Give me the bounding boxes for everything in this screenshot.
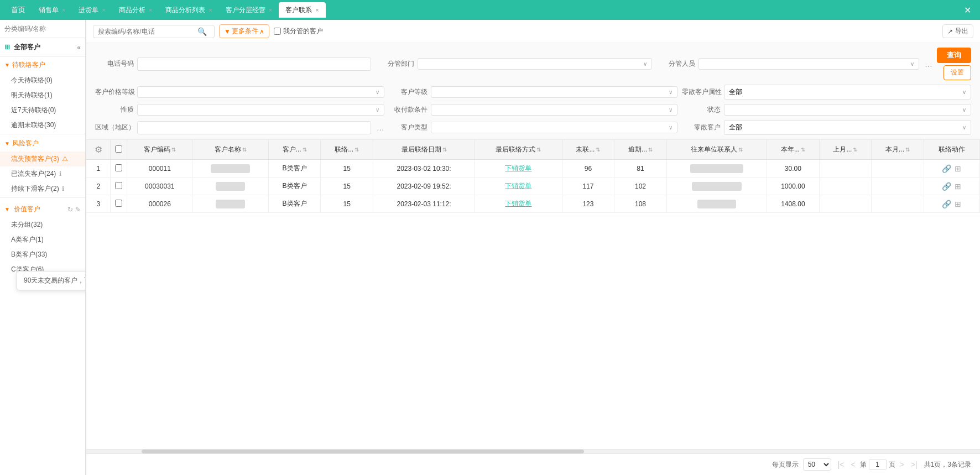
- scroll-thumb[interactable]: [142, 450, 584, 453]
- filter-btn[interactable]: ▼ 更多条件 ∧: [219, 24, 269, 38]
- th-this-month[interactable]: 本月...⇅: [872, 140, 924, 160]
- action-link-icon[interactable]: 🔗: [942, 164, 951, 173]
- sidebar-item-b-class[interactable]: B类客户(33): [0, 247, 85, 262]
- cell-last-date: 2023-02-03 11:12:: [373, 195, 475, 213]
- divider2: [0, 197, 85, 198]
- action-grid-icon[interactable]: ⊞: [955, 182, 961, 191]
- sidebar-item-7days[interactable]: 近7天待联络(0): [0, 103, 85, 118]
- th-overdue[interactable]: 逾期...⇅: [614, 140, 667, 160]
- risk-tooltip: 90天未交易的客户，可能有流失风险。: [17, 271, 86, 290]
- tab-purchase[interactable]: 进货单 ×: [72, 2, 112, 18]
- tab-close-purchase[interactable]: ×: [102, 7, 105, 13]
- th-contact[interactable]: 联络...⇅: [321, 140, 373, 160]
- filter-select-sparse-customer[interactable]: 全部 ∨: [724, 120, 971, 135]
- th-last-date[interactable]: 最后联络日期⇅: [373, 140, 475, 160]
- filter-select-price-level[interactable]: ∨: [137, 86, 384, 98]
- filter-select-status[interactable]: ∨: [724, 104, 971, 116]
- sidebar-item-unclassified[interactable]: 未分组(32): [0, 217, 85, 232]
- filter-select-payment[interactable]: ∨: [431, 104, 678, 116]
- last-way-link[interactable]: 下销货单: [505, 200, 531, 207]
- sidebar-item-churn-warning[interactable]: 流失预警客户(3) ⚠: [0, 152, 85, 166]
- th-last-way[interactable]: 最后联络方式⇅: [475, 140, 562, 160]
- th-this-year[interactable]: 本年...⇅: [767, 140, 820, 160]
- cell-check[interactable]: [111, 178, 127, 195]
- tab-analysis[interactable]: 商品分析 ×: [112, 2, 159, 18]
- filter-input-phone[interactable]: [137, 58, 371, 71]
- cell-check[interactable]: [111, 195, 127, 213]
- row-checkbox-0[interactable]: [115, 164, 122, 171]
- my-customer-checkbox[interactable]: [274, 28, 281, 35]
- sidebar-item-tomorrow[interactable]: 明天待联络(1): [0, 88, 85, 103]
- tab-close-analysis[interactable]: ×: [149, 7, 152, 13]
- setting-button[interactable]: 设置: [943, 65, 971, 80]
- first-page-btn[interactable]: |<: [836, 459, 847, 470]
- query-button[interactable]: 查询: [937, 48, 971, 63]
- th-last-month[interactable]: 上月...⇅: [819, 140, 872, 160]
- search-input[interactable]: [98, 28, 197, 35]
- sidebar-item-a-class[interactable]: A类客户(1): [0, 232, 85, 247]
- filter-field-sparse-customer: 零散客户 全部 ∨: [682, 120, 971, 135]
- cell-type: B类客户: [268, 195, 321, 213]
- th-unlost[interactable]: 未联...⇅: [562, 140, 614, 160]
- action-grid-icon[interactable]: ⊞: [955, 200, 961, 208]
- filter-select-sparse-attr[interactable]: 全部 ∨: [724, 85, 971, 100]
- tab-customer-tier[interactable]: 客户分层经营 ×: [219, 2, 279, 18]
- prev-page-btn[interactable]: <: [848, 459, 857, 470]
- tab-close-sales[interactable]: ×: [62, 7, 65, 13]
- sidebar-all-customers[interactable]: ⊞ 全部客户 «: [0, 38, 85, 57]
- window-close-icon[interactable]: ✕: [960, 5, 976, 15]
- filter-label-phone: 电话号码: [95, 59, 134, 69]
- collapse-icon[interactable]: «: [77, 44, 81, 51]
- tab-home[interactable]: 首页: [4, 5, 32, 15]
- per-page-select[interactable]: 50 20 100: [803, 458, 831, 471]
- tab-sales[interactable]: 销售单 ×: [32, 2, 72, 18]
- search-icon[interactable]: 🔍: [197, 27, 207, 36]
- tab-close-customer-tier[interactable]: ×: [269, 7, 272, 13]
- filter-select-customer-level[interactable]: ∨: [431, 86, 678, 98]
- settings-icon[interactable]: ⚙: [95, 145, 102, 154]
- filter-select-customer-type[interactable]: ∨: [431, 122, 678, 133]
- th-code[interactable]: 客户编码⇅: [127, 140, 192, 160]
- sidebar-item-overdue[interactable]: 逾期未联络(30): [0, 118, 85, 133]
- page-input[interactable]: [869, 459, 887, 470]
- filter-select-nature[interactable]: ∨: [137, 104, 384, 116]
- last-page-btn[interactable]: >|: [909, 459, 920, 470]
- action-link-icon[interactable]: 🔗: [942, 200, 951, 208]
- sidebar-group-title-value[interactable]: ▼ 价值客户 ↻ ✎: [0, 201, 85, 217]
- sidebar-search-input[interactable]: [4, 25, 86, 33]
- sidebar-group-title-pending[interactable]: ▼ 待联络客户: [0, 57, 85, 73]
- person-dots[interactable]: …: [925, 60, 932, 69]
- last-way-link[interactable]: 下销货单: [505, 182, 531, 190]
- tab-close-analysis-list[interactable]: ×: [208, 7, 212, 13]
- horizontal-scrollbar[interactable]: [86, 449, 980, 453]
- refresh-icon[interactable]: ↻: [67, 206, 73, 213]
- search-bar: 🔍 ▼ 更多条件 ∧ 我分管的客户 ↗ 导出: [86, 20, 980, 43]
- filter-select-dept[interactable]: ∨: [418, 58, 651, 70]
- filter-select-person[interactable]: ∨: [698, 58, 919, 70]
- tab-analysis-list[interactable]: 商品分析列表 ×: [159, 2, 218, 18]
- row-checkbox-2[interactable]: [115, 200, 122, 207]
- next-page-btn[interactable]: >: [898, 459, 906, 470]
- sidebar-item-today[interactable]: 今天待联络(0): [0, 73, 85, 88]
- edit-icon[interactable]: ✎: [75, 206, 81, 213]
- sidebar-group-title-risk[interactable]: ▼ 风险客户: [0, 135, 85, 152]
- th-contact-person[interactable]: 往来单位联系人⇅: [666, 140, 767, 160]
- tab-customer-contact[interactable]: 客户联系 ×: [279, 2, 325, 18]
- sidebar-item-declining[interactable]: 持续下滑客户(2) ℹ: [0, 181, 85, 196]
- th-type[interactable]: 客户...⇅: [268, 140, 321, 160]
- action-link-icon[interactable]: 🔗: [942, 182, 951, 191]
- row-checkbox-1[interactable]: [115, 182, 122, 189]
- filter-field-price-level: 客户价格等级 ∨: [95, 86, 384, 98]
- sidebar-item-churned[interactable]: 已流失客户(24) ℹ: [0, 166, 85, 181]
- last-way-link[interactable]: 下销货单: [505, 164, 531, 172]
- th-name[interactable]: 客户名称⇅: [192, 140, 269, 160]
- my-customer-check[interactable]: 我分管的客户: [274, 27, 323, 36]
- th-settings[interactable]: ⚙: [86, 140, 111, 160]
- select-all-checkbox[interactable]: [115, 145, 122, 153]
- filter-input-region[interactable]: [137, 121, 371, 134]
- tab-close-customer-contact[interactable]: ×: [315, 7, 319, 13]
- region-dots[interactable]: …: [377, 123, 384, 132]
- action-grid-icon[interactable]: ⊞: [955, 164, 961, 173]
- cell-check[interactable]: [111, 160, 127, 178]
- export-btn[interactable]: ↗ 导出: [942, 24, 973, 38]
